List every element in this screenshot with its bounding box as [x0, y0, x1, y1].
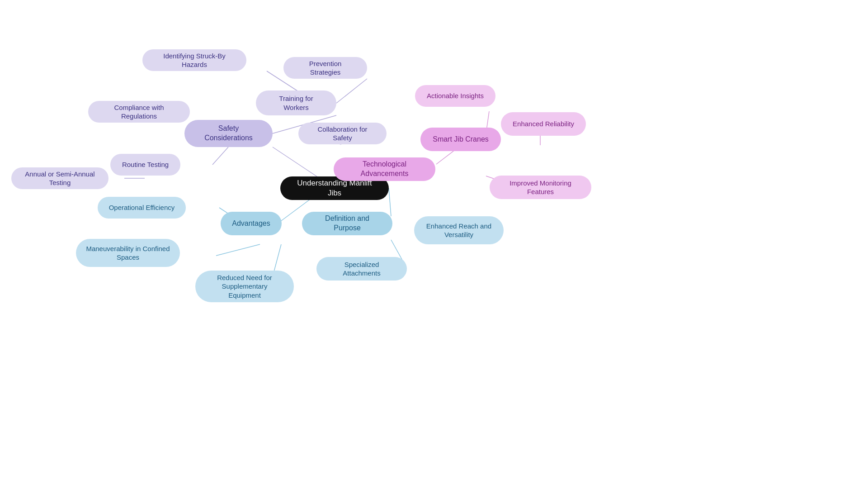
svg-line-12 [389, 188, 391, 216]
operational-node[interactable]: Operational Efficiency [98, 197, 186, 219]
maneuverability-node[interactable]: Maneuverability in Confined Spaces [76, 239, 180, 267]
advantages-node[interactable]: Advantages [221, 212, 282, 235]
reduced-node[interactable]: Reduced Need for Supplementary Equipment [195, 271, 294, 302]
compliance-node[interactable]: Compliance with Regulations [88, 101, 190, 123]
training-node[interactable]: Training for Workers [256, 90, 336, 115]
collaboration-node[interactable]: Collaboration for Safety [298, 123, 387, 144]
svg-line-3 [336, 79, 367, 103]
smart-node[interactable]: Smart Jib Cranes [420, 128, 501, 151]
specialized-node[interactable]: Specialized Attachments [316, 257, 407, 281]
actionable-node[interactable]: Actionable Insights [415, 85, 495, 107]
identifying-node[interactable]: Identifying Struck-By Hazards [142, 49, 246, 71]
prevention-node[interactable]: Prevention Strategies [283, 57, 367, 79]
svg-line-10 [216, 244, 260, 256]
improved-node[interactable]: Improved Monitoring Features [490, 176, 591, 199]
routine-node[interactable]: Routine Testing [110, 154, 180, 176]
tech-node[interactable]: Technological Advancements [334, 157, 435, 181]
enhanced-reach-node[interactable]: Enhanced Reach and Versatility [414, 216, 504, 244]
safety-node[interactable]: Safety Considerations [184, 120, 273, 147]
enhanced-rel-node[interactable]: Enhanced Reliability [501, 112, 586, 136]
svg-line-6 [212, 147, 228, 165]
annual-node[interactable]: Annual or Semi-Annual Testing [11, 167, 108, 189]
definition-node[interactable]: Definition and Purpose [302, 212, 392, 235]
svg-line-11 [274, 244, 281, 271]
